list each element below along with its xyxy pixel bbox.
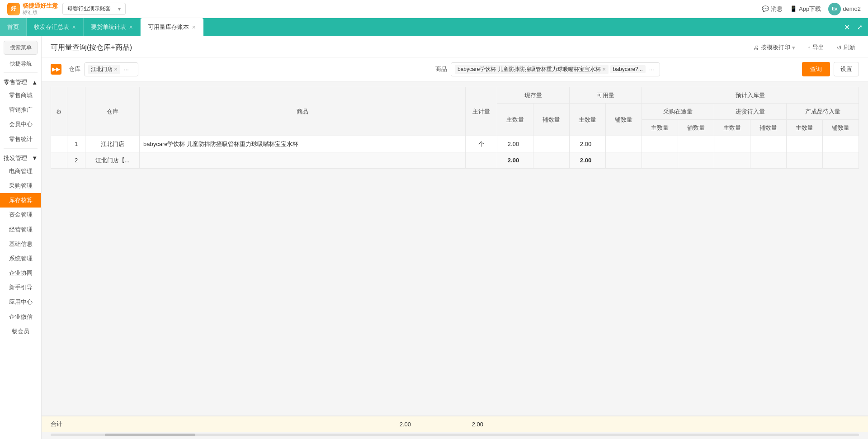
product-input[interactable]: babycare学饮杯 儿童防摔防撞吸管杯重力球吸嘴杯宝宝水杯 ✕ babyca… xyxy=(451,62,660,76)
row2-production-aux xyxy=(823,152,859,169)
footer-label: 合计 xyxy=(51,420,139,428)
tabs-expand-btn[interactable]: ⤢ xyxy=(855,22,864,33)
row2-unit xyxy=(466,152,497,169)
th-forecast-group: 预计入库量 xyxy=(642,87,859,104)
th-warehouse: 仓库 xyxy=(85,87,140,136)
sidebar-group-retail-header[interactable]: 零售管理 ▲ xyxy=(0,75,41,88)
tab-order-close[interactable]: ✕ xyxy=(129,24,133,30)
print-chevron-icon: ▾ xyxy=(792,44,795,51)
row2-settings xyxy=(51,152,67,169)
app-download-btn[interactable]: 📱 App下载 xyxy=(790,5,821,13)
sidebar-item-marketing[interactable]: 营销推广 xyxy=(0,103,41,117)
sidebar-item-wechat[interactable]: 企业微信 xyxy=(0,310,41,324)
row1-product: babycare学饮杯 儿童防摔防撞吸管杯重力球吸嘴杯宝宝水杯 xyxy=(140,136,466,152)
table-row: 1 江北门店 babycare学饮杯 儿童防摔防撞吸管杯重力球吸嘴杯宝宝水杯 个… xyxy=(51,136,859,152)
nav-tabs: 首页 收发存汇总表 ✕ 要货单统计表 ✕ 可用量库存账本 ✕ ✕ ⤢ xyxy=(0,18,868,36)
row1-available-aux xyxy=(606,136,642,152)
row2-stock-aux xyxy=(533,152,570,169)
product-more-btn[interactable]: ··· xyxy=(647,66,656,73)
sidebar-item-basic[interactable]: 基础信息 xyxy=(0,237,41,251)
sidebar-item-purchase[interactable]: 采购管理 xyxy=(0,179,41,193)
th-settings[interactable]: ⚙ xyxy=(51,87,67,136)
export-btn[interactable]: ↑ 导出 xyxy=(804,42,828,53)
logo-area: 好 畅捷通好生意 标准版 xyxy=(7,2,58,15)
sidebar-item-retail-stats[interactable]: 零售统计 xyxy=(0,132,41,146)
product-label: 商品 xyxy=(435,65,447,73)
sidebar-quick-nav[interactable]: 快捷导航 xyxy=(0,57,41,71)
row2-no: 2 xyxy=(67,152,85,169)
th-purchase-main: 主数量 xyxy=(642,120,678,136)
scroll-track[interactable] xyxy=(51,434,859,436)
sidebar-group-retail: 零售管理 ▲ 零售商城 营销推广 会员中心 零售统计 xyxy=(0,75,41,146)
export-icon: ↑ xyxy=(808,44,811,51)
row1-warehouse: 江北门店 xyxy=(85,136,140,152)
th-available-main: 主数量 xyxy=(570,104,606,136)
print-btn[interactable]: 🖨 按模板打印 ▾ xyxy=(750,42,799,53)
sidebar-item-operations[interactable]: 经营管理 xyxy=(0,222,41,237)
logo-sub: 标准版 xyxy=(23,9,58,15)
scroll-thumb[interactable] xyxy=(105,434,195,436)
warehouse-more-btn[interactable]: ··· xyxy=(122,66,131,73)
sidebar-group-wholesale-header[interactable]: 批发管理 ▼ xyxy=(0,151,41,164)
sidebar-item-finance[interactable]: 资金管理 xyxy=(0,208,41,222)
footer-stock-main: 2.00 xyxy=(378,421,415,428)
chevron-down-icon: ▾ xyxy=(118,6,121,12)
sidebar-item-member[interactable]: 畅会员 xyxy=(0,324,41,339)
tab-receive[interactable]: 收发存汇总表 ✕ xyxy=(27,18,84,36)
th-stock-main: 主数量 xyxy=(497,104,533,136)
table-footer: 合计 2.00 2.00 xyxy=(42,415,868,432)
th-production-group: 产成品待入量 xyxy=(787,104,859,120)
sidebar-item-enterprise[interactable]: 企业协同 xyxy=(0,266,41,280)
row1-incoming-main xyxy=(714,136,750,152)
row1-incoming-aux xyxy=(750,136,787,152)
th-incoming-group: 进货待入量 xyxy=(714,104,787,120)
row2-incoming-main xyxy=(714,152,750,169)
sidebar-item-inventory[interactable]: 库存核算 xyxy=(0,193,41,208)
tab-available-close[interactable]: ✕ xyxy=(192,24,196,30)
filter-bar: ▶▶ 仓库 江北门店 ✕ ··· 商品 babycare学饮杯 儿童防摔防撞吸管… xyxy=(42,57,868,81)
th-unit: 主计量 xyxy=(466,87,497,136)
row2-available-aux xyxy=(606,152,642,169)
tabs-close-all-btn[interactable]: ✕ xyxy=(842,21,852,33)
th-stock-aux: 辅数量 xyxy=(533,104,570,136)
tab-home[interactable]: 首页 xyxy=(0,18,27,36)
refresh-btn[interactable]: ↺ 刷新 xyxy=(833,42,859,53)
row1-stock-aux xyxy=(533,136,570,152)
th-purchase-group: 采购在途量 xyxy=(642,104,714,120)
sidebar-item-members[interactable]: 会员中心 xyxy=(0,117,41,132)
user-menu[interactable]: Ea demo2 xyxy=(828,3,861,15)
page-title: 可用量查询(按仓库+商品) xyxy=(51,43,132,52)
settings-icon[interactable]: ⚙ xyxy=(56,108,62,115)
industry-selector[interactable]: 母婴行业演示账套 ▾ xyxy=(62,3,126,15)
sidebar-search-btn[interactable]: 搜索菜单 xyxy=(4,41,38,55)
th-available-group: 可用量 xyxy=(570,87,642,104)
message-btn[interactable]: 💬 消息 xyxy=(762,5,783,13)
sidebar-item-ecommerce[interactable]: 电商管理 xyxy=(0,164,41,179)
sidebar-item-apps[interactable]: 应用中心 xyxy=(0,295,41,309)
th-purchase-aux: 辅数量 xyxy=(678,120,714,136)
row1-stock-main: 2.00 xyxy=(497,136,533,152)
settings-btn[interactable]: 设置 xyxy=(834,62,859,76)
page-actions: 🖨 按模板打印 ▾ ↑ 导出 ↺ 刷新 xyxy=(750,42,859,53)
sidebar-item-system[interactable]: 系统管理 xyxy=(0,251,41,266)
th-production-main: 主数量 xyxy=(787,120,823,136)
warehouse-tag-del[interactable]: ✕ xyxy=(114,67,118,72)
filter-action-btns: 查询 设置 xyxy=(802,62,859,76)
tab-order[interactable]: 要货单统计表 ✕ xyxy=(84,18,141,36)
product-tag-1-del[interactable]: ✕ xyxy=(602,67,606,72)
sidebar-item-retail-mall[interactable]: 零售商城 xyxy=(0,88,41,103)
query-btn[interactable]: 查询 xyxy=(802,62,830,76)
row2-purchase-main xyxy=(642,152,678,169)
data-table: ⚙ 仓库 商品 主计量 现存量 可用量 预计入库量 主数量 辅数量 主数量 xyxy=(51,87,859,169)
sidebar-item-guide[interactable]: 新手引导 xyxy=(0,280,41,295)
tab-available[interactable]: 可用量库存账本 ✕ xyxy=(141,18,203,36)
scroll-bar-area xyxy=(42,432,868,439)
filter-expand-btn[interactable]: ▶▶ xyxy=(51,64,61,75)
warehouse-input[interactable]: 江北门店 ✕ ··· xyxy=(84,62,138,76)
chevron-down-icon: ▼ xyxy=(32,155,38,161)
table-row: 2 江北门店【... 2.00 2.00 xyxy=(51,152,859,169)
tab-receive-close[interactable]: ✕ xyxy=(72,24,76,30)
row1-unit: 个 xyxy=(466,136,497,152)
warehouse-filter: 仓库 江北门店 ✕ ··· xyxy=(69,62,428,76)
app-icon: 📱 xyxy=(790,5,797,12)
